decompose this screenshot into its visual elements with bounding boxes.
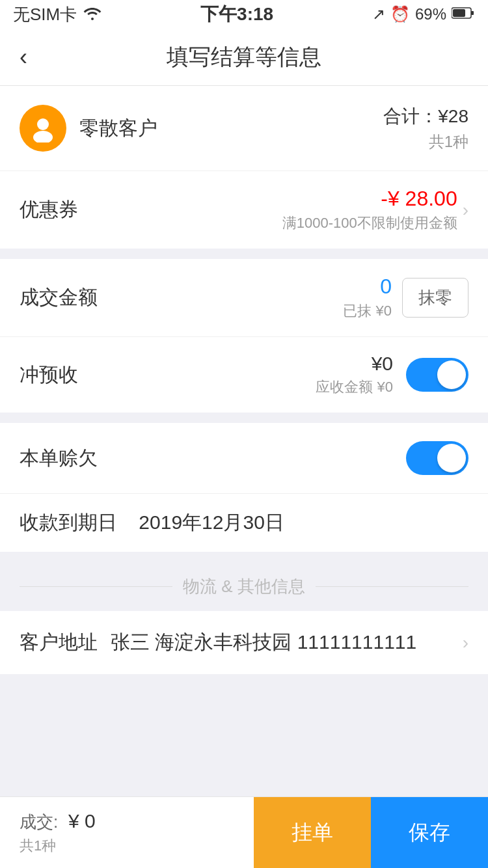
address-row[interactable]: 客户地址 张三 海淀永丰科技园 11111111111 › [0, 611, 488, 674]
customer-section: 零散客户 合计：¥28 共1种 优惠券 -¥ 28.00 满1000-100不限… [0, 86, 488, 249]
duedate-label: 收款到期日 [20, 511, 117, 533]
amount-col: 0 已抹 ¥0 [343, 275, 392, 321]
save-button[interactable]: 保存 [371, 797, 488, 869]
customer-count: 共1种 [383, 131, 468, 152]
round-button[interactable]: 抹零 [402, 278, 468, 318]
svg-point-4 [33, 131, 53, 142]
svg-rect-1 [471, 11, 474, 15]
battery-icon [452, 5, 475, 23]
hang-button[interactable]: 挂单 [254, 797, 371, 869]
alarm-icon: ⏰ [390, 5, 410, 23]
prereceive-amount-col: ¥0 应收金额 ¥0 [316, 353, 393, 397]
amount-label: 成交金额 [20, 284, 98, 311]
svg-rect-2 [453, 9, 465, 17]
bottom-deal-row: 成交: ¥ 0 [20, 810, 234, 834]
coupon-row[interactable]: 优惠券 -¥ 28.00 满1000-100不限制使用金额 › [0, 170, 488, 249]
address-label: 客户地址 [20, 629, 98, 656]
bottom-deal-amount: ¥ 0 [68, 810, 96, 832]
duedate-row: 收款到期日 2019年12月30日 [0, 493, 488, 552]
page-title: 填写结算等信息 [59, 42, 429, 72]
logistics-label: 物流 & 其他信息 [183, 575, 305, 598]
amount-right: 0 已抹 ¥0 抹零 [343, 275, 468, 321]
coupon-chevron-icon: › [463, 200, 468, 221]
bottom-count: 共1种 [20, 836, 234, 856]
customer-total: 合计：¥28 [383, 104, 468, 129]
amount-value: 0 [343, 275, 392, 299]
customer-row: 零散客户 合计：¥28 共1种 [0, 86, 488, 170]
logistics-divider: 物流 & 其他信息 [0, 562, 488, 611]
amount-sub: 已抹 ¥0 [343, 301, 392, 321]
wifi-icon [83, 5, 102, 25]
logistics-lines: 物流 & 其他信息 [20, 575, 468, 598]
coupon-right: -¥ 28.00 满1000-100不限制使用金额 › [282, 187, 468, 233]
coupon-desc: 满1000-100不限制使用金额 [282, 213, 457, 233]
status-left: 无SIM卡 [13, 3, 102, 26]
duedate-content: 收款到期日 2019年12月30日 [20, 511, 284, 533]
amount-row: 成交金额 0 已抹 ¥0 抹零 [0, 259, 488, 336]
bottom-bar: 成交: ¥ 0 共1种 挂单 保存 [0, 796, 488, 868]
customer-left: 零散客户 [20, 105, 157, 152]
amount-section: 成交金额 0 已抹 ¥0 抹零 冲预收 ¥0 应收金额 ¥0 [0, 259, 488, 413]
debt-toggle[interactable] [406, 441, 468, 475]
debt-toggle-knob [437, 444, 466, 472]
bottom-deal-label: 成交: [20, 812, 58, 832]
debt-row: 本单赊欠 [0, 423, 488, 493]
prereceive-row: 冲预收 ¥0 应收金额 ¥0 [0, 336, 488, 413]
status-time: 下午3:18 [200, 2, 273, 27]
address-value: 张三 海淀永丰科技园 11111111111 [111, 629, 463, 656]
debt-section: 本单赊欠 收款到期日 2019年12月30日 [0, 423, 488, 552]
location-icon: ↗ [372, 5, 385, 23]
customer-avatar [20, 105, 66, 152]
status-bar: 无SIM卡 下午3:18 ↗ ⏰ 69% [0, 0, 488, 29]
customer-right: 合计：¥28 共1种 [383, 104, 468, 152]
prereceive-label: 冲预收 [20, 362, 78, 388]
logistics-line-right [316, 586, 468, 587]
coupon-label: 优惠券 [20, 197, 78, 223]
address-chevron-icon: › [463, 632, 468, 653]
prereceive-right: ¥0 应收金额 ¥0 [316, 353, 468, 397]
coupon-discount: -¥ 28.00 [282, 187, 457, 211]
status-right: ↗ ⏰ 69% [372, 5, 475, 23]
customer-name: 零散客户 [79, 115, 157, 142]
bottom-info: 成交: ¥ 0 共1种 [0, 810, 254, 856]
carrier-text: 无SIM卡 [13, 3, 77, 26]
logistics-line-left [20, 586, 172, 587]
svg-point-3 [37, 118, 49, 130]
debt-label: 本单赊欠 [20, 445, 98, 472]
nav-bar: ‹ 填写结算等信息 [0, 29, 488, 86]
battery-text: 69% [415, 5, 446, 23]
prereceive-sub: 应收金额 ¥0 [316, 377, 393, 397]
prereceive-amount-value: ¥0 [316, 353, 393, 375]
duedate-value: 2019年12月30日 [139, 511, 284, 533]
back-button[interactable]: ‹ [20, 44, 59, 71]
prereceive-toggle[interactable] [406, 358, 468, 392]
toggle-knob [437, 360, 466, 389]
